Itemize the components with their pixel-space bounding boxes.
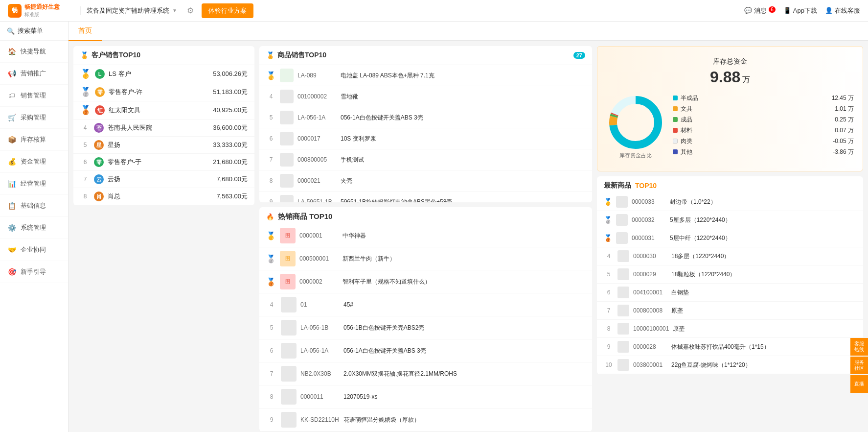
list-item: 🥉 图 0000002 智利车子里（规格不知道填什么） bbox=[259, 270, 592, 293]
rank-medal: 🥉 bbox=[604, 234, 612, 242]
right-column: 库存总资金 9.88 万 bbox=[597, 46, 863, 432]
table-row: 6 零 零售客户-于 21,680.00元 bbox=[73, 154, 254, 171]
product-image bbox=[617, 250, 629, 262]
list-item: 7 000800008 原垄 bbox=[597, 302, 863, 320]
list-item: 5 0000029 18颗粒板（1220*2440） bbox=[597, 265, 863, 284]
rank-1-medal: 🥇 bbox=[80, 69, 91, 79]
sidebar-item-inventory[interactable]: 📦 库存核算 bbox=[0, 129, 68, 151]
rank-3-medal: 🥉 bbox=[80, 105, 91, 116]
product-sales-card: 🏅 商品销售TOP10 27 🥇 LA-089 电池盖 LA-089 ABS本色… bbox=[259, 46, 592, 202]
list-item: 8 0000021 夹壳 bbox=[259, 170, 592, 192]
product-image bbox=[617, 341, 629, 353]
product-image bbox=[280, 195, 294, 202]
product-image bbox=[281, 320, 297, 336]
legend-color bbox=[673, 139, 678, 144]
trial-button[interactable]: 体验行业方案 bbox=[202, 3, 253, 18]
list-item: 9 LA-59651-1B 59651-1B旋转投影灯电池盒ABS黑色+58壳 bbox=[259, 192, 592, 202]
inventory-card: 库存总资金 9.88 万 bbox=[597, 46, 863, 171]
product-image bbox=[280, 69, 294, 82]
service-icon: 👤 bbox=[825, 7, 833, 14]
list-item: 5 LA-056-1A 056-1A白色按键开关盖ABS 3壳 bbox=[259, 107, 592, 128]
rank-medal: 🥉 bbox=[266, 277, 276, 287]
top-bar: 畅 畅捷通好生意 标准版 装备及固定资产辅助管理系统 ▼ ⚙ 体验行业方案 💬 … bbox=[0, 0, 868, 22]
hot-products-card: 🔥 热销商品 TOP10 🥇 图 0000001 中华神器 🥈 bbox=[259, 207, 592, 432]
list-item: 6 004100001 白钢垫 bbox=[597, 284, 863, 302]
logo-text: 畅捷通好生意 标准版 bbox=[24, 3, 60, 18]
rank-medal: 🥇 bbox=[266, 71, 276, 80]
legend-color bbox=[673, 96, 678, 100]
list-item: 9 KK-SD22110H 花语萌恒温分娩糖袋（厚款） bbox=[259, 408, 592, 432]
product-image bbox=[280, 90, 294, 103]
customer-ranking-header: 🏅 客户销售TOP10 bbox=[73, 46, 254, 65]
tab-home[interactable]: 首页 bbox=[69, 22, 102, 41]
rank-badge: 云 bbox=[94, 174, 104, 184]
list-item: 8 0000011 12070519-xs bbox=[259, 385, 592, 408]
sidebar-item-purchase[interactable]: 🛒 采购管理 bbox=[0, 107, 68, 129]
live-button[interactable]: 直播 bbox=[850, 375, 868, 393]
product-sales-header: 🏅 商品销售TOP10 27 bbox=[259, 46, 592, 65]
inventory-icon: 📦 bbox=[7, 135, 17, 144]
sidebar: 🔍 搜索菜单 🏠 快捷导航 📢 营销推广 🏷 销售管理 🛒 采购管理 📦 库存核… bbox=[0, 22, 69, 432]
rank-badge: 星 bbox=[94, 140, 104, 150]
trophy-icon: 🏅 bbox=[266, 51, 274, 59]
rank-badge: 零 bbox=[95, 87, 105, 97]
rank-medal: 🥇 bbox=[266, 231, 276, 240]
list-item: 4 01 45# bbox=[259, 293, 592, 316]
product-image bbox=[616, 214, 628, 226]
sidebar-item-system[interactable]: ⚙️ 系统管理 bbox=[0, 217, 68, 239]
product-badge: 27 bbox=[573, 52, 585, 59]
product-image bbox=[617, 323, 629, 335]
message-button[interactable]: 💬 消息 6 bbox=[744, 6, 776, 15]
product-image bbox=[616, 196, 628, 208]
rank-badge: L bbox=[95, 69, 105, 79]
legend-color bbox=[673, 128, 678, 133]
rank-badge: 零 bbox=[94, 157, 104, 167]
sales-icon: 🏷 bbox=[7, 91, 17, 100]
system-selector[interactable]: 装备及固定资产辅助管理系统 ▼ bbox=[80, 6, 183, 15]
list-item: 🥇 LA-089 电池盖 LA-089 ABS本色+黑种 7.1克 bbox=[259, 65, 592, 86]
customer-ranking-card: 🏅 客户销售TOP10 🥇 L LS 客户 53,006.26元 🥈 零 零售客… bbox=[73, 46, 254, 205]
sidebar-item-guide[interactable]: 🎯 新手引导 bbox=[0, 261, 68, 283]
table-row: 🥈 零 零售客户-许 51,183.00元 bbox=[73, 83, 254, 101]
inventory-title-area: 库存总资金 9.88 万 bbox=[606, 53, 854, 88]
list-item: 4 0000030 18多层（1220*2440） bbox=[597, 247, 863, 265]
sidebar-item-finance[interactable]: 💰 资金管理 bbox=[0, 151, 68, 173]
rank-medal: 🥇 bbox=[604, 198, 612, 206]
product-image bbox=[616, 232, 628, 244]
sidebar-item-basic[interactable]: 📋 基础信息 bbox=[0, 195, 68, 217]
medal-icon: 🏅 bbox=[80, 51, 89, 59]
list-item: 🥈 0000032 5厘多层（1220*2440） bbox=[597, 211, 863, 229]
logo-icon: 畅 bbox=[8, 4, 22, 18]
sidebar-item-sales[interactable]: 🏷 销售管理 bbox=[0, 85, 68, 107]
product-image bbox=[281, 412, 297, 428]
sidebar-item-quick-nav[interactable]: 🏠 快捷导航 bbox=[0, 41, 68, 63]
legend-item: 半成品 12.45 万 bbox=[673, 94, 854, 102]
legend-item: 成品 0.25 万 bbox=[673, 116, 854, 124]
sidebar-item-corp[interactable]: 🤝 企业协同 bbox=[0, 239, 68, 261]
finance-icon: 💰 bbox=[7, 157, 17, 167]
sidebar-item-marketing[interactable]: 📢 营销推广 bbox=[0, 63, 68, 85]
settings-icon[interactable]: ⚙ bbox=[183, 3, 198, 18]
list-item: 6 LA-056-1A 056-1A白色按键开关盖ABS 3壳 bbox=[259, 339, 592, 362]
product-image bbox=[280, 174, 294, 188]
rank-badge: 红 bbox=[95, 105, 105, 115]
float-service: 客服 热线 服务 社区 直播 bbox=[850, 338, 868, 393]
sidebar-item-operation[interactable]: 📊 经营管理 bbox=[0, 173, 68, 195]
main-content: 首页 🏅 客户销售TOP10 🥇 L LS 客户 53,006.26元 bbox=[69, 22, 868, 432]
search-menu[interactable]: 🔍 搜索菜单 bbox=[0, 22, 68, 41]
app-download-button[interactable]: 📱 App下载 bbox=[783, 6, 817, 15]
new-products-list: 🥇 0000033 封边带（1.0*22） 🥈 0000032 5厘多层（122… bbox=[597, 193, 863, 374]
list-item: 🥉 0000031 5层中纤（1220*2440） bbox=[597, 229, 863, 247]
tab-bar: 首页 bbox=[69, 22, 868, 41]
customer-service-button[interactable]: 客服 热线 bbox=[850, 338, 868, 356]
dropdown-icon[interactable]: ▼ bbox=[172, 8, 177, 13]
product-image bbox=[281, 366, 297, 382]
community-button[interactable]: 服务 社区 bbox=[850, 357, 868, 374]
legend-color bbox=[673, 117, 678, 122]
system-name: 装备及固定资产辅助管理系统 bbox=[87, 6, 169, 15]
legend-item: 肉类 -0.05 万 bbox=[673, 137, 854, 145]
online-service-button[interactable]: 👤 在线客服 bbox=[825, 6, 860, 15]
rank-2-medal: 🥈 bbox=[80, 87, 91, 97]
legend-item: 文具 1.01 万 bbox=[673, 105, 854, 113]
rank-badge: 肖 bbox=[94, 192, 104, 201]
